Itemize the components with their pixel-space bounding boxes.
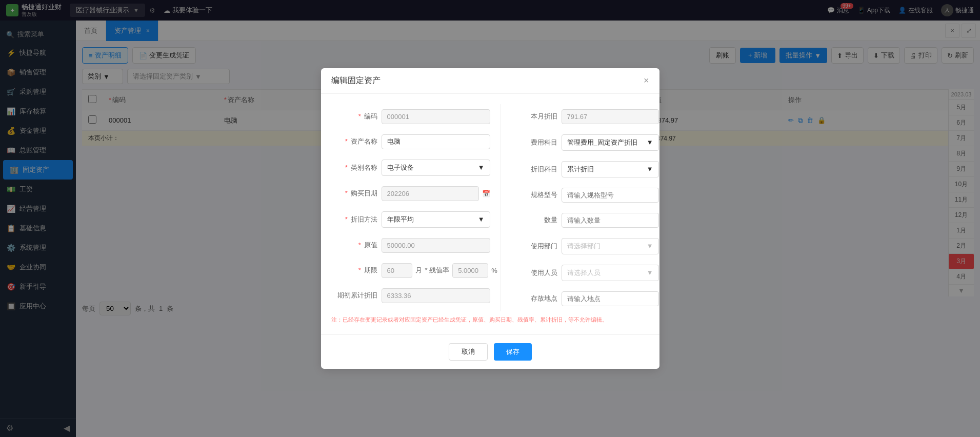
form-row-department: 使用部门 请选择部门 ▼ <box>511 233 659 260</box>
expense-subject-value: 管理费用_固定资产折旧 <box>567 138 637 147</box>
form-row-monthly-depreciation: 本月折旧 <box>511 104 659 129</box>
department-select[interactable]: 请选择部门 ▼ <box>562 238 659 254</box>
modal-body: * 编码 * 资产名称 <box>321 94 659 335</box>
monthly-depreciation-input[interactable] <box>562 109 659 124</box>
monthly-depreciation-label: 本月折旧 <box>511 112 557 121</box>
form-row-depreciation-subject: 折旧科目 累计折旧 ▼ <box>511 156 659 183</box>
expense-subject-select[interactable]: 管理费用_固定资产折旧 ▼ <box>562 134 659 151</box>
category-select-value: 电子设备 <box>387 163 414 172</box>
form-row-category: * 类别名称 电子设备 ▼ <box>331 154 490 181</box>
expense-subject-arrow: ▼ <box>647 138 653 146</box>
form-row-spec: 规格型号 <box>511 183 659 208</box>
code-input[interactable] <box>382 109 490 124</box>
depreciation-method-label: * 折旧方法 <box>331 215 377 224</box>
user-arrow: ▼ <box>647 269 653 276</box>
form-row-expense-subject: 费用科目 管理费用_固定资产折旧 ▼ <box>511 129 659 156</box>
purchase-date-group: 📅 <box>382 186 490 201</box>
department-label: 使用部门 <box>511 242 557 251</box>
depreciation-subject-select[interactable]: 累计折旧 ▼ <box>562 161 659 177</box>
category-select[interactable]: 电子设备 ▼ <box>382 160 490 176</box>
initial-accum-label: 期初累计折旧 <box>331 291 377 300</box>
period-label: * 期限 <box>331 266 377 275</box>
user-label: 使用人员 <box>511 268 557 277</box>
location-input[interactable] <box>562 291 659 306</box>
modal-overlay: 编辑固定资产 × * 编码 <box>0 0 980 437</box>
residual-rate-input[interactable] <box>452 263 488 278</box>
depreciation-method-value: 年限平均 <box>387 215 414 224</box>
form-grid: * 编码 * 资产名称 <box>331 104 649 311</box>
modal-footer: 取消 保存 <box>321 334 659 369</box>
form-row-purchase-date: * 购买日期 📅 <box>331 181 490 206</box>
code-label: * 编码 <box>331 112 377 121</box>
form-note: 注：已经存在变更记录或者对应固定资产已经生成凭证，原值、购买日期、残值率、累计折… <box>331 311 649 325</box>
original-value-input[interactable] <box>382 238 490 253</box>
period-unit-label: 月 <box>415 266 422 275</box>
depreciation-subject-label: 折旧科目 <box>511 165 557 174</box>
calendar-icon[interactable]: 📅 <box>482 190 490 197</box>
form-row-name: * 资产名称 <box>331 129 490 154</box>
form-row-user: 使用人员 请选择人员 ▼ <box>511 260 659 286</box>
residual-rate-label: * 残值率 <box>425 266 450 275</box>
edit-asset-modal: 编辑固定资产 × * 编码 <box>321 68 659 369</box>
period-group: 月 * 残值率 % <box>382 263 490 278</box>
original-value-label: * 原值 <box>331 241 377 250</box>
depreciation-method-arrow: ▼ <box>478 215 485 223</box>
quantity-input[interactable] <box>562 213 659 228</box>
depreciation-subject-arrow: ▼ <box>647 165 653 173</box>
department-arrow: ▼ <box>647 242 653 250</box>
location-label: 存放地点 <box>511 294 557 303</box>
purchase-date-input[interactable] <box>382 186 479 201</box>
period-input[interactable] <box>382 263 412 278</box>
department-placeholder: 请选择部门 <box>567 242 601 251</box>
spec-input[interactable] <box>562 188 659 203</box>
cancel-button[interactable]: 取消 <box>449 343 488 361</box>
form-row-period: * 期限 月 * 残值率 % <box>331 258 490 283</box>
form-row-initial-accum: 期初累计折旧 <box>331 283 490 308</box>
purchase-date-label: * 购买日期 <box>331 189 377 198</box>
form-row-original-value: * 原值 <box>331 233 490 258</box>
user-placeholder: 请选择人员 <box>567 268 601 277</box>
depreciation-subject-value: 累计折旧 <box>567 165 594 174</box>
expense-subject-label: 费用科目 <box>511 138 557 147</box>
spec-label: 规格型号 <box>511 190 557 200</box>
modal-header: 编辑固定资产 × <box>321 68 659 94</box>
depreciation-method-select[interactable]: 年限平均 ▼ <box>382 211 490 228</box>
form-row-location: 存放地点 <box>511 286 659 311</box>
form-row-quantity: 数量 <box>511 208 659 233</box>
save-button[interactable]: 保存 <box>494 343 532 361</box>
name-label: * 资产名称 <box>331 137 377 146</box>
category-select-arrow: ▼ <box>478 164 485 171</box>
form-row-depreciation-method: * 折旧方法 年限平均 ▼ <box>331 206 490 233</box>
modal-close-button[interactable]: × <box>644 75 649 86</box>
initial-accum-input[interactable] <box>382 288 490 303</box>
user-select[interactable]: 请选择人员 ▼ <box>562 265 659 281</box>
modal-title: 编辑固定资产 <box>331 75 381 86</box>
form-left-col: * 编码 * 资产名称 <box>331 104 501 311</box>
form-right-col: 本月折旧 费用科目 管理费用_固定资产折旧 ▼ <box>501 104 659 311</box>
form-row-code: * 编码 <box>331 104 490 129</box>
name-input[interactable] <box>382 134 490 149</box>
residual-rate-unit-label: % <box>491 267 497 274</box>
quantity-label: 数量 <box>511 215 557 225</box>
category-label: * 类别名称 <box>331 163 377 172</box>
